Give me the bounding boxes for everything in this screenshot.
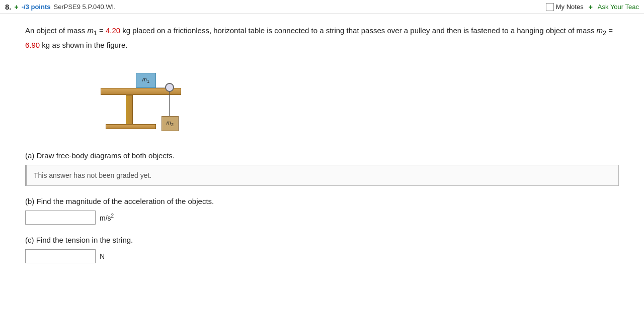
part-b-input[interactable]: [25, 211, 96, 225]
my-notes-button[interactable]: My Notes: [546, 3, 584, 11]
m2-block-label: m2: [167, 120, 174, 127]
points-text: -/3 points: [22, 3, 51, 11]
table-base: [106, 124, 156, 129]
part-a-answer-text: This answer has not been graded yet.: [34, 171, 151, 179]
text-before-m1: An object of mass: [25, 26, 87, 35]
top-bar-right: My Notes + Ask Your Teac: [546, 3, 639, 11]
part-c-input-row: N: [25, 249, 619, 263]
part-b: (b) Find the magnitude of the accelerati…: [25, 197, 619, 225]
m2-value: 6.90: [25, 41, 40, 49]
text-after-m2: kg as shown in the figure.: [40, 41, 127, 49]
problem-id: SerPSE9 5.P.040.WI.: [53, 3, 115, 11]
question-number: 8.: [5, 3, 12, 11]
part-a-label: (a) Draw free-body diagrams of both obje…: [25, 151, 175, 160]
part-c-unit: N: [100, 252, 105, 260]
part-c-label: (c) Find the tension in the string.: [25, 236, 133, 244]
m1-block-label: m1: [142, 76, 149, 84]
top-bar: 8. + -/3 points SerPSE9 5.P.040.WI. My N…: [0, 0, 644, 14]
part-b-unit: m/s2: [100, 213, 114, 222]
m1-label: m1: [87, 26, 97, 35]
part-b-label: (b) Find the magnitude of the accelerati…: [25, 197, 214, 205]
block-m2: m2: [162, 116, 179, 131]
problem-statement: An object of mass m1 = 4.20 kg placed on…: [25, 24, 619, 52]
pulley: [165, 83, 174, 92]
add-points-icon: +: [15, 3, 19, 11]
ask-teacher-button[interactable]: Ask Your Teac: [598, 3, 639, 11]
part-a: (a) Draw free-body diagrams of both obje…: [25, 151, 619, 186]
figure: m1 m2: [86, 60, 196, 140]
notes-icon: [546, 3, 554, 11]
part-c: (c) Find the tension in the string. N: [25, 236, 619, 263]
string-vertical: [169, 91, 170, 117]
m2-label: m2: [597, 26, 606, 35]
part-b-input-row: m/s2: [25, 211, 619, 225]
m2-equals: =: [606, 26, 613, 35]
top-bar-left: 8. + -/3 points SerPSE9 5.P.040.WI.: [5, 3, 116, 11]
my-notes-label: My Notes: [556, 3, 584, 11]
m1-value: 4.20: [106, 26, 120, 35]
m1-equals: =: [97, 26, 106, 35]
block-m1: m1: [136, 73, 156, 88]
text-after-m1: kg placed on a frictionless, horizontal …: [120, 26, 596, 35]
table-leg: [126, 95, 133, 125]
main-content: An object of mass m1 = 4.20 kg placed on…: [0, 14, 644, 273]
part-a-answer-box: This answer has not been graded yet.: [25, 165, 619, 186]
part-c-input[interactable]: [25, 249, 96, 263]
ask-teacher-add-icon: +: [589, 3, 593, 11]
